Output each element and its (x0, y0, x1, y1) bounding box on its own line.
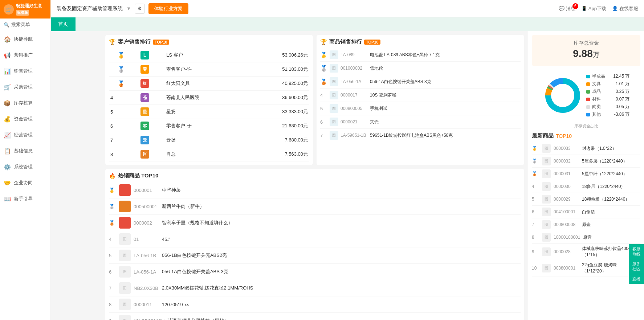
sidebar-item-label: 企业协同 (14, 180, 33, 186)
customer-rank-row: 🥈 零 零售客户-许 51,183.00元 (109, 62, 309, 77)
sidebar-item-guide[interactable]: 📖 新手引导 (0, 191, 50, 207)
legend-value: 1.01 万 (616, 81, 630, 87)
sidebar-item-purchase[interactable]: 🛒 采购管理 (0, 79, 50, 95)
sidebar-item-label: 新手引导 (14, 196, 33, 202)
rank-amount: 7,680.00元 (245, 133, 309, 147)
sidebar-item-finance[interactable]: 💰 资金管理 (0, 111, 50, 127)
sidebar-item-home[interactable]: 🏠 快捷导航 (0, 31, 50, 47)
new-rank: 9 (532, 249, 539, 254)
app-download-btn[interactable]: 📱 App下载 (581, 5, 606, 12)
sales-icon: 📊 (4, 67, 11, 75)
product-rank-row: 4 图 0000017 10S 变刹罗猴 (320, 89, 521, 102)
legend-dot (586, 90, 590, 94)
hot-rank: 🥈 (109, 204, 116, 209)
sidebar-item-sales[interactable]: 📊 销售管理 (0, 63, 50, 79)
sidebar-item-inventory[interactable]: 📦 库存核算 (0, 95, 50, 111)
prod-img: 图 (330, 104, 338, 113)
left-panel (51, 31, 102, 320)
msg-button[interactable]: 💬 消息 6 (559, 5, 575, 12)
hot-name: 056-1B白色按键开关壳ABS2壳 (162, 252, 521, 259)
hot-code: LA-056-1B (134, 253, 159, 258)
guide-icon: 📖 (4, 195, 11, 202)
legend-label: 肉类 (592, 104, 612, 110)
sidebar-item-system[interactable]: ⚙️ 系统管理 (0, 159, 50, 175)
new-product-row: 🥉 图 0000031 5厘中纤（1220*2440） (532, 168, 640, 180)
prod-rank-num: 🥉 (320, 78, 327, 85)
new-rank: 6 (532, 209, 539, 214)
sidebar-item-label: 营销推广 (14, 52, 33, 58)
legend-value: -3.86 万 (614, 111, 630, 118)
online-cs-btn[interactable]: 👤 在线客服 (612, 5, 638, 12)
hot-product-row: 9 图 KK-SD22110H 花语萌倡温分腿裤袜（厚款） (109, 313, 521, 320)
sidebar-item-operations[interactable]: 📈 经营管理 (0, 127, 50, 143)
new-rank: 🥉 (532, 171, 539, 176)
avatar: 云 (140, 136, 149, 144)
gear-button[interactable]: ⚙ (135, 4, 145, 14)
product-img: 图 (119, 266, 131, 278)
search-label: 搜索菜单 (11, 21, 30, 28)
prod-rank-num: 4 (320, 93, 327, 98)
sidebar-item-label: 资金管理 (14, 116, 33, 122)
rank-name: 零售客户-许 (165, 62, 245, 77)
rank-medal: 🥉 (116, 77, 139, 91)
rank-amount: 36,600.00元 (245, 91, 309, 105)
new-rank: 🥇 (532, 146, 539, 151)
prod-img: 图 (330, 77, 338, 86)
float-btn-hotline[interactable]: 客服热线 (629, 244, 644, 259)
customer-rank-row: 🥉 红 红太阳文具 40,925.00元 (109, 77, 309, 91)
new-img: 图 (542, 169, 551, 178)
sidebar-item-collab[interactable]: 🤝 企业协同 (0, 175, 50, 191)
float-btn-live[interactable]: 直播 (629, 274, 644, 284)
prod-img: 图 (330, 50, 338, 59)
sidebar-item-label: 销售管理 (14, 68, 33, 74)
hot-product-row: 5 图 LA-056-1B 056-1B白色按键开关壳ABS2壳 (109, 247, 521, 264)
hot-icon: 🔥 (109, 173, 116, 179)
hot-rank: 7 (109, 286, 116, 291)
trophy2-icon: 🏆 (320, 39, 327, 45)
tab-home[interactable]: 首页 (51, 17, 76, 31)
avatar: 零 (140, 65, 149, 74)
new-name: 18多层（1220*2440） (582, 184, 640, 190)
rank-amount: 51,183.00元 (245, 62, 309, 77)
try-btn[interactable]: 体验行业方案 (148, 3, 188, 14)
legend-label: 文具 (592, 81, 614, 87)
hot-products-title: 🔥 热销商品 TOP10 (109, 172, 521, 179)
legend-dot (586, 82, 590, 86)
inventory-unit: 万 (593, 51, 599, 58)
customer-rank-row: 🥇 L LS 客户 53,006.26元 (109, 48, 309, 62)
new-name: 18颗粒板（1220*2440） (582, 196, 640, 202)
new-code: 003800001 (554, 266, 579, 271)
rank-avatar-cell: 零 (139, 119, 165, 133)
sidebar-item-marketing[interactable]: 📢 营销推广 (0, 47, 50, 63)
dropdown-icon[interactable]: ▼ (126, 6, 131, 11)
rank-name: 肖总 (165, 147, 245, 161)
legend-item: 材料 0.07 万 (586, 96, 630, 102)
avatar: 零 (140, 122, 149, 130)
new-img: 图 (542, 157, 551, 165)
rank-number: 6 (109, 119, 116, 133)
rank-avatar-cell: 云 (139, 133, 165, 147)
product-img: 图 (119, 299, 131, 310)
product-img: 图 (119, 233, 131, 245)
center-content: 🏆 客户销售排行 TOP10 🥇 L LS 客户 53,006.26元 🥈 零 … (102, 31, 528, 320)
hot-name: 45# (162, 237, 521, 242)
sidebar-item-basics[interactable]: 📋 基础信息 (0, 143, 50, 159)
hot-code: 0000002 (134, 220, 159, 226)
legend-item: 肉类 -0.05 万 (586, 104, 630, 110)
new-product-row: 5 图 0000029 18颗粒板（1220*2440） (532, 193, 640, 206)
rank-medal (116, 133, 139, 147)
new-img: 图 (542, 233, 551, 242)
product-rank-row: 🥇 图 LA-089 电池盖 LA-089 ABS本色+黑种 7.1克 (320, 48, 521, 62)
hot-code: NB2.0X30B (134, 286, 159, 291)
rank-avatar-cell: 零 (139, 62, 165, 77)
chart-legend: 半成品 12.45 万 文具 1.01 万 成品 0.25 万 材料 0.07 … (586, 73, 630, 118)
search-menu[interactable]: 🔍 搜索菜单 (0, 19, 50, 31)
float-btn-community[interactable]: 服务社区 (629, 259, 644, 274)
hot-code: 01 (134, 237, 159, 242)
app-download-label: App下载 (588, 5, 606, 12)
hot-rank: 6 (109, 269, 116, 275)
product-rank-row: 🥉 图 LA-056-1A 056-1A白色按键开关盖ABS 3克 (320, 75, 521, 89)
new-rank: 8 (532, 235, 539, 240)
system-title: 装备及固定资产辅助管理系统 (57, 5, 123, 12)
ranking-row: 🏆 客户销售排行 TOP10 🥇 L LS 客户 53,006.26元 🥈 零 … (105, 35, 524, 165)
